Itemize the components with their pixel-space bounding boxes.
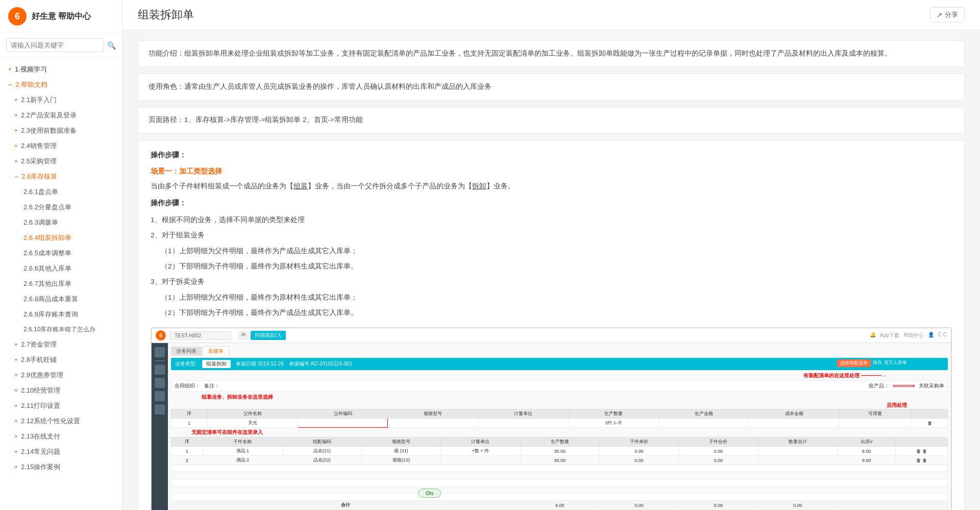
sidebar-item-adjust[interactable]: 2.6.3调拨单 [8, 215, 122, 230]
prefix-icon: − [8, 81, 12, 89]
sim-body: 业务列表 新建单 业务类型: 组装拆卸 单据日期 2019-12-26 单据编号… [152, 343, 951, 510]
search-box: 🔍 [0, 33, 122, 58]
nav-tree: + 1.视频学习 − 2.帮助文档 + 2.1新手入门 + 2.2产品安装及登录… [0, 58, 122, 510]
role-block: 使用角色：通常由生产人员或库管人员完成拆装业务的操作，库管人员确认原材料的出库和… [138, 74, 965, 101]
sidebar-item-install[interactable]: + 2.2产品安装及登录 [0, 108, 122, 123]
sim-tab-new: 新建单 [203, 346, 229, 356]
search-icon[interactable]: 🔍 [107, 41, 116, 50]
app-title: 好生意 帮助中心 [32, 11, 91, 22]
sim-form-header: 业务类型: 组装拆卸 单据日期 2019-12-26 单据编号 AD-20191… [171, 358, 948, 370]
sidebar-item-print[interactable]: + 2.11打印设置 [0, 398, 122, 414]
share-button[interactable]: ↗ 分享 [930, 7, 965, 22]
main-area: 组装拆卸单 ↗ 分享 功能介绍：组装拆卸单用来处理企业组装或拆卸等加工业务，支持… [122, 0, 980, 510]
sidebar-item-faq[interactable]: + 2.14常见问题 [0, 444, 122, 459]
app-logo-icon: 6 [8, 7, 27, 26]
sim-nav-area: ⟳ 同期退款/入 [238, 331, 286, 340]
sim-right-icons: 🔔App下载帮助中心👤C C [870, 332, 947, 339]
role-text: 使用角色：通常由生产人员或库管人员完成拆装业务的操作，库管人员确认原材料的出库和… [149, 81, 954, 93]
docs-sub-tree: + 2.1新手入门 + 2.2产品安装及登录 + 2.3使用前数据准备 + 2.… [0, 92, 122, 475]
main-header: 组装拆卸单 ↗ 分享 [122, 0, 980, 30]
sidebar-item-beginner[interactable]: + 2.1新手入门 [0, 92, 122, 108]
sidebar-item-docs[interactable]: − 2.帮助文档 [0, 77, 122, 92]
sidebar-item-video[interactable]: + 1.视频学习 [0, 62, 122, 77]
on-toggle: On [418, 489, 441, 498]
share-icon: ↗ [937, 11, 942, 19]
content-section: 操作步骤： 场景一：加工类型选择 当由多个子件材料组装成一个成品的业务为【组装】… [138, 140, 965, 510]
step-3: 3、对于拆卖业务 [151, 276, 952, 288]
sidebar-item-portion[interactable]: 2.6.2分量盘点单 [8, 200, 122, 215]
step-1: 1、根据不同的业务，选择不同单据的类型来处理 [151, 214, 952, 226]
annotation-area4: 启用处理 [171, 402, 948, 409]
sim-icon3 [155, 378, 165, 388]
sim-tab-row: 业务列表 新建单 [171, 346, 948, 356]
sim-product-field [893, 385, 915, 387]
sidebar: 6 好生意 帮助中心 🔍 + 1.视频学习 − 2.帮助文档 + 2.1新手入门… [0, 0, 122, 510]
intro-block: 功能介绍：组装拆卸单用来处理企业组装或拆卸等加工业务，支持有固定装配清单的产品加… [138, 40, 965, 67]
sim-sub-form-row: 合同组织： 备注： 批产品： 关联采购单 [171, 380, 948, 392]
sim-parent-code-field [298, 419, 388, 428]
annotation-label-5: 无固定清单可在组件在这里录入 [191, 429, 948, 436]
sim-new-btn: 同期退款/入 [251, 331, 286, 340]
sim-icon5 [155, 404, 165, 415]
prefix-icon: + [8, 66, 12, 73]
sim-icon4 [155, 391, 165, 401]
scene1-title: 场景一：加工类型选择 [151, 167, 952, 176]
path-block: 页面路径：1、库存核算->库存管理->组装拆卸单 2、首页->常用功能 [138, 107, 965, 134]
sim-annotation-area1: 有装配清单的在这里处理 ————→ [171, 372, 948, 379]
sim-parent-table: 序 父件名称 父件编码 规格型号 计量单位 生产数量 生产金额 成本金额 可用量 [171, 409, 948, 428]
simulated-screenshot: 6 TEST-H002 ⟳ 同期退款/入 🔔App下载帮助中心👤C C [151, 328, 951, 510]
screenshot-container: 6 TEST-H002 ⟳ 同期退款/入 🔔App下载帮助中心👤C C [151, 327, 952, 510]
logo-area: 6 好生意 帮助中心 [0, 0, 122, 33]
sim-content: 业务列表 新建单 业务类型: 组装拆卸 单据日期 2019-12-26 单据编号… [168, 343, 951, 510]
sidebar-item-outbound[interactable]: 2.6.7其他出库单 [8, 276, 122, 292]
sidebar-item-mobile[interactable]: + 2.8手机旺铺 [0, 352, 122, 368]
annotation-label-4: 启用处理 [887, 402, 907, 409]
step-3-2: （2）下部明细为子件明细，最终作为产成品生成其它入库单。 [151, 307, 952, 319]
sim-child-table: 序 子件名称 组配编码 规格型号 计量单位 生产数量 子件单价 子件合价 数量合 [171, 437, 948, 510]
intro-text: 功能介绍：组装拆卸单用来处理企业组装或拆卸等加工业务，支持有固定装配清单的产品加… [149, 48, 954, 60]
sidebar-item-custom[interactable]: + 2.12系统个性化设置 [0, 414, 122, 429]
step-2: 2、对于组装业务 [151, 229, 952, 241]
sidebar-item-inbound[interactable]: 2.6.6其他入库单 [8, 261, 122, 276]
annotation-label-3: 组装业务、拆卸业务在这里选择 [171, 394, 948, 401]
sidebar-item-assembly[interactable]: 2.6.4组装拆卸单 [8, 230, 122, 246]
path-text: 页面路径：1、库存核算->库存管理->组装拆卸单 2、首页->常用功能 [149, 114, 954, 126]
steps-title: 操作步骤： [151, 199, 952, 208]
sidebar-item-ops[interactable]: + 2.10经营管理 [0, 383, 122, 398]
sidebar-item-query[interactable]: 2.6.9库存账本查询 [8, 307, 122, 322]
main-content: 功能介绍：组装拆卸单用来处理企业组装或拆卸等加工业务，支持有固定装配清单的产品加… [122, 30, 980, 510]
sidebar-item-cases[interactable]: + 2.15操作案例 [0, 459, 122, 475]
page-title: 组装拆卸单 [138, 7, 194, 22]
inventory-sub: 2.6.1盘点单 2.6.2分量盘点单 2.6.3调拨单 2.6.4组装拆卸单 … [0, 184, 122, 337]
sim-topbar: 6 TEST-H002 ⟳ 同期退款/入 🔔App下载帮助中心👤C C [152, 328, 951, 343]
sim-refresh-area: ⟳ [238, 331, 249, 340]
sim-icon1 [155, 347, 165, 357]
ops-title: 操作步骤： [151, 151, 952, 160]
scene1-desc: 当由多个子件材料组装成一个成品的业务为【组装】业务，当由一个父件拆分成多个子产品… [151, 180, 952, 192]
step-2-2: （2）下部明细为子件明细，最终作为原材料生成其它出库单。 [151, 260, 952, 273]
step-3-1: （1）上部明细为父件明细，最终作为原材料生成其它出库单； [151, 292, 952, 304]
sidebar-item-finance[interactable]: + 2.7资金管理 [0, 337, 122, 352]
sidebar-item-error[interactable]: 2.6.10库存账本错了怎么办 [8, 322, 122, 337]
sidebar-item-stocktake[interactable]: 2.6.1盘点单 [8, 184, 122, 200]
annotation-label-1: 有装配清单的在这里处理 ————→ [171, 372, 948, 379]
sim-url-bar: TEST-H002 [170, 331, 231, 340]
sidebar-item-purchase[interactable]: + 2.5采购管理 [0, 154, 122, 169]
sim-form-right-btns: 选择装配清单 保存 其它人库单 [837, 359, 907, 367]
sim-tab-list: 业务列表 [171, 347, 202, 356]
sidebar-item-recalc[interactable]: 2.6.8商品成本重算 [8, 292, 122, 307]
sidebar-item-inventory[interactable]: − 2.6库存核算 [0, 169, 122, 184]
sidebar-item-sales[interactable]: + 2.4销售管理 [0, 138, 122, 154]
sim-biz-type: 组装拆卸 [202, 360, 231, 368]
sidebar-item-coupon[interactable]: + 2.9优惠券管理 [0, 368, 122, 383]
sidebar-item-cost[interactable]: 2.6.5成本调整单 [8, 246, 122, 261]
sidebar-item-data[interactable]: + 2.3使用前数据准备 [0, 123, 122, 138]
sim-logo-icon: 6 [156, 330, 166, 341]
step-2-1: （1）上部明细为父件明细，最终作为产成品生成其它入库单； [151, 245, 952, 257]
search-input[interactable] [6, 38, 104, 52]
sim-left-sidebar [152, 343, 168, 510]
sim-icon2 [155, 365, 165, 375]
sidebar-item-payment[interactable]: + 2.13在线支付 [0, 429, 122, 444]
